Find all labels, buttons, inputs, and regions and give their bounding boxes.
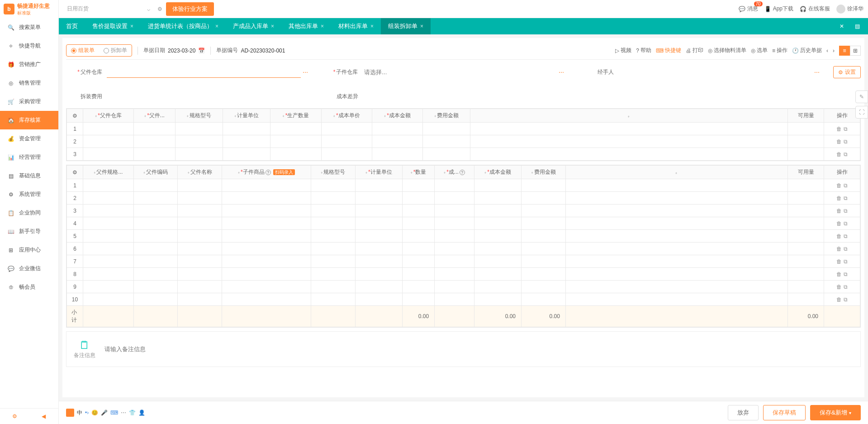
delete-icon[interactable]: 🗑 [836, 296, 842, 303]
delete-icon[interactable]: 🗑 [836, 284, 842, 290]
nav-apps[interactable]: ⊞应用中心 [0, 241, 58, 259]
ime-btn-4[interactable]: ⌨ [110, 410, 118, 416]
nav-basic[interactable]: ▤基础信息 [0, 167, 58, 185]
col-cunit[interactable]: ♦*计量单位 [355, 166, 402, 179]
col-avail[interactable]: 可用量 [788, 109, 824, 123]
nav-wechat[interactable]: 💬企业微信 [0, 259, 58, 278]
tab-home[interactable]: 首页 [59, 18, 85, 34]
close-icon[interactable]: × [130, 23, 133, 29]
delete-icon[interactable]: 🗑 [836, 246, 842, 252]
float-expand[interactable]: ⛶ [855, 106, 868, 119]
user-menu[interactable]: 徐泽华 [836, 5, 863, 14]
close-tab-button[interactable]: ✕ [836, 21, 848, 31]
table-row[interactable]: 1🗑⧉ [67, 179, 860, 192]
copy-icon[interactable]: ⧉ [844, 208, 848, 214]
gear-icon[interactable]: ⚙ [72, 169, 77, 176]
ops-button[interactable]: ≡ 操作 [772, 47, 787, 54]
col-spec[interactable]: ♦规格型号 [175, 109, 223, 123]
radio-assemble[interactable]: 组装单 [66, 45, 99, 56]
delete-icon[interactable]: 🗑 [836, 151, 842, 157]
col-child-item[interactable]: ♦*子件商品? 扫码录入 [222, 166, 311, 179]
shortcut-button[interactable]: ⌨ 快捷键 [656, 47, 681, 54]
close-icon[interactable]: × [321, 23, 324, 29]
copy-icon[interactable]: ⧉ [844, 195, 848, 201]
tab-other-out[interactable]: 其他出库单× [281, 18, 331, 34]
table-row[interactable]: 9🗑⧉ [67, 281, 860, 293]
close-icon[interactable]: × [271, 23, 274, 29]
delete-icon[interactable]: 🗑 [836, 138, 842, 145]
history-button[interactable]: 🕐 历史单据 [792, 47, 822, 54]
radio-disassemble[interactable]: 拆卸单 [99, 45, 132, 56]
col-camount[interactable]: ♦*成本金额 [474, 166, 521, 179]
handler-input[interactable] [618, 67, 812, 78]
help-icon[interactable]: ? [460, 170, 465, 175]
child-wh-more[interactable]: ⋯ [559, 69, 564, 76]
print-button[interactable]: 🖨 打印 [686, 47, 703, 54]
col-parent-wh[interactable]: ♦*父件仓库 [83, 109, 134, 123]
ime-btn-3[interactable]: 🎤 [101, 410, 108, 416]
ime-btn-6[interactable]: 👕 [129, 410, 136, 416]
sidebar-settings[interactable]: ⚙ [0, 409, 29, 424]
ime-btn-1[interactable]: •› [85, 410, 89, 416]
nav-right-button[interactable]: › [833, 48, 835, 54]
handler-more[interactable]: ⋯ [814, 69, 820, 76]
copy-icon[interactable]: ⧉ [844, 138, 848, 145]
copy-icon[interactable]: ⧉ [844, 220, 848, 227]
diff-input[interactable] [363, 91, 564, 102]
child-wh-input[interactable] [362, 67, 556, 78]
tab-assemble[interactable]: 组装拆卸单× [381, 18, 431, 34]
table-row[interactable]: 10🗑⧉ [67, 293, 860, 306]
app-download-button[interactable]: 📱 App下载 [764, 5, 793, 13]
view-grid[interactable]: ⊞ [850, 46, 861, 56]
col-pname[interactable]: ♦父件名称 [178, 166, 222, 179]
help-icon[interactable]: ? [266, 170, 271, 175]
delete-icon[interactable]: 🗑 [836, 233, 842, 239]
col-pspec[interactable]: ♦父件规格... [83, 166, 134, 179]
sidebar-collapse[interactable]: ◀ [29, 409, 59, 424]
copy-icon[interactable]: ⧉ [844, 233, 848, 239]
support-button[interactable]: 🎧 在线客服 [800, 5, 830, 13]
ime-btn-7[interactable]: 👤 [138, 410, 145, 416]
tab-stats[interactable]: 进货单统计表（按商品）× [141, 18, 226, 34]
copy-icon[interactable]: ⧉ [844, 271, 848, 277]
nav-finance[interactable]: 💰资金管理 [0, 129, 58, 148]
ime-btn-5[interactable]: ⋯ [121, 410, 126, 416]
copy-icon[interactable]: ⧉ [844, 246, 848, 252]
col-qty[interactable]: ♦*生产数量 [270, 109, 321, 123]
col-ccost[interactable]: ♦*成...? [435, 166, 474, 179]
save-new-button[interactable]: 保存&新增▾ [810, 405, 861, 420]
copy-icon[interactable]: ⧉ [844, 296, 848, 303]
delete-icon[interactable]: 🗑 [836, 220, 842, 227]
col-unit[interactable]: ♦计量单位 [223, 109, 270, 123]
table-row[interactable]: 1🗑⧉ [67, 123, 860, 135]
category-select[interactable]: 日用百货 ⌵ [63, 3, 154, 14]
tab-product-in[interactable]: 产成品入库单× [226, 18, 281, 34]
ime-icon[interactable] [66, 409, 74, 417]
try-plan-button[interactable]: 体验行业方案 [166, 2, 214, 16]
nav-member[interactable]: ♔畅会员 [0, 278, 58, 296]
date-value[interactable]: 2023-03-20 [168, 48, 195, 54]
view-list[interactable]: ≡ [839, 46, 850, 56]
nav-quick[interactable]: ✧快捷导航 [0, 37, 58, 55]
fee-input[interactable] [107, 91, 308, 102]
close-icon[interactable]: × [215, 23, 218, 29]
choose-bom-button[interactable]: ◎ 选择物料清单 [708, 47, 746, 54]
copy-icon[interactable]: ⧉ [844, 284, 848, 290]
delete-icon[interactable]: 🗑 [836, 258, 842, 265]
table-row[interactable]: 8🗑⧉ [67, 268, 860, 281]
copy-icon[interactable]: ⧉ [844, 258, 848, 265]
delete-icon[interactable]: 🗑 [836, 195, 842, 201]
nav-inventory[interactable]: 🏠库存核算 [0, 111, 58, 129]
col-amount[interactable]: ♦*成本金额 [372, 109, 422, 123]
discard-button[interactable]: 放弃 [728, 405, 759, 420]
nav-guide[interactable]: 📖新手引导 [0, 222, 58, 241]
delete-icon[interactable]: 🗑 [836, 208, 842, 214]
nav-sales[interactable]: ◎销售管理 [0, 74, 58, 92]
col-parent-item[interactable]: ♦*父件... [134, 109, 175, 123]
messages-button[interactable]: 💬 消息 70 [739, 5, 758, 13]
nav-collab[interactable]: 📋企业协同 [0, 204, 58, 222]
nav-purchase[interactable]: 🛒采购管理 [0, 92, 58, 111]
delete-icon[interactable]: 🗑 [836, 182, 842, 189]
col-cqty[interactable]: ♦*数量 [402, 166, 434, 179]
copy-icon[interactable]: ⧉ [844, 126, 848, 132]
